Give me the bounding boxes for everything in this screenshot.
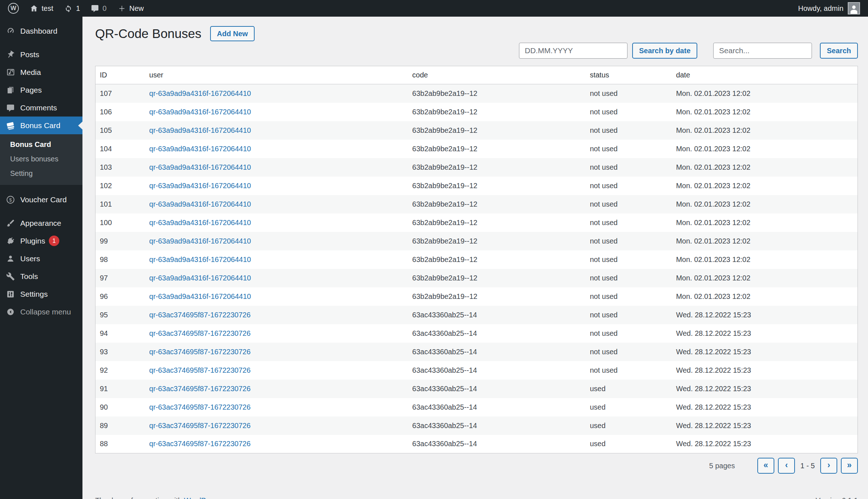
sidebar-item-pages[interactable]: Pages bbox=[0, 81, 82, 99]
footer: Thank you for creating with WordPress. V… bbox=[95, 496, 858, 499]
next-page-button[interactable]: › bbox=[820, 458, 837, 474]
cell-id: 97 bbox=[95, 269, 145, 287]
cell-id: 91 bbox=[95, 380, 145, 398]
sidebar-item-users[interactable]: Users bbox=[0, 250, 82, 267]
sidebar-item-plugins[interactable]: Plugins 1 bbox=[0, 232, 82, 250]
cell-code: 63b2ab9be2a19--12 bbox=[408, 103, 586, 121]
new-content-link[interactable]: New bbox=[118, 4, 144, 13]
submenu-item-setting[interactable]: Setting bbox=[0, 166, 82, 181]
user-link[interactable]: qr-63a9ad9a4316f-1672064410 bbox=[149, 255, 251, 263]
table-body: 107 qr-63a9ad9a4316f-1672064410 63b2ab9b… bbox=[95, 84, 858, 453]
add-new-button[interactable]: Add New bbox=[210, 26, 255, 41]
wordpress-link[interactable]: WordPress bbox=[184, 496, 220, 499]
sidebar-label-posts: Posts bbox=[20, 50, 39, 59]
cell-user: qr-63a9ad9a4316f-1672064410 bbox=[145, 103, 408, 121]
cell-code: 63b2ab9be2a19--12 bbox=[408, 140, 586, 158]
user-link[interactable]: qr-63a9ad9a4316f-1672064410 bbox=[149, 274, 251, 282]
search-input[interactable] bbox=[713, 43, 812, 59]
search-by-date-button[interactable]: Search by date bbox=[632, 43, 697, 59]
site-link[interactable]: test bbox=[30, 4, 53, 13]
avatar[interactable] bbox=[848, 2, 860, 14]
footer-thanks-text: Thank you for creating with bbox=[95, 496, 184, 499]
submenu-label-setting: Setting bbox=[10, 169, 33, 178]
cell-code: 63ac43360ab25--14 bbox=[408, 361, 586, 380]
user-link[interactable]: qr-63ac374695f87-1672230726 bbox=[149, 329, 251, 337]
title-row: QR-Code Bonuses Add New bbox=[95, 26, 858, 41]
user-link[interactable]: qr-63ac374695f87-1672230726 bbox=[149, 440, 251, 448]
cell-code: 63b2ab9be2a19--12 bbox=[408, 287, 586, 306]
cell-code: 63ac43360ab25--14 bbox=[408, 324, 586, 343]
howdy-text[interactable]: Howdy, admin bbox=[798, 4, 843, 13]
sidebar-item-media[interactable]: Media bbox=[0, 63, 82, 81]
sidebar-item-voucher-card[interactable]: $ Voucher Card bbox=[0, 191, 82, 208]
user-link[interactable]: qr-63a9ad9a4316f-1672064410 bbox=[149, 237, 251, 245]
cell-status: not used bbox=[586, 232, 672, 250]
cell-status: not used bbox=[586, 324, 672, 343]
submenu-item-users-bonuses[interactable]: Users bonuses bbox=[0, 152, 82, 166]
sidebar-item-settings[interactable]: Settings bbox=[0, 285, 82, 303]
sidebar-label-bonus-card: Bonus Card bbox=[20, 121, 60, 130]
cell-id: 99 bbox=[95, 232, 145, 250]
cell-date: Mon. 02.01.2023 12:02 bbox=[672, 250, 858, 269]
prev-page-button[interactable]: ‹ bbox=[778, 458, 795, 474]
cell-date: Mon. 02.01.2023 12:02 bbox=[672, 177, 858, 195]
user-link[interactable]: qr-63a9ad9a4316f-1672064410 bbox=[149, 108, 251, 116]
wordpress-menu[interactable]: W bbox=[8, 3, 19, 14]
table-row: 93 qr-63ac374695f87-1672230726 63ac43360… bbox=[95, 343, 858, 361]
comment-bubble-icon bbox=[91, 4, 99, 13]
sidebar-item-appearance[interactable]: Appearance bbox=[0, 214, 82, 232]
cell-status: not used bbox=[586, 250, 672, 269]
user-link[interactable]: qr-63a9ad9a4316f-1672064410 bbox=[149, 182, 251, 190]
last-page-button[interactable]: » bbox=[841, 458, 858, 474]
user-link[interactable]: qr-63a9ad9a4316f-1672064410 bbox=[149, 219, 251, 227]
cell-status: not used bbox=[586, 177, 672, 195]
table-row: 104 qr-63a9ad9a4316f-1672064410 63b2ab9b… bbox=[95, 140, 858, 158]
user-link[interactable]: qr-63ac374695f87-1672230726 bbox=[149, 385, 251, 393]
sidebar-item-comments[interactable]: Comments bbox=[0, 99, 82, 117]
search-button[interactable]: Search bbox=[820, 43, 858, 59]
dashboard-icon bbox=[5, 26, 16, 35]
cell-user: qr-63ac374695f87-1672230726 bbox=[145, 343, 408, 361]
cell-id: 107 bbox=[95, 84, 145, 103]
sidebar-label-dashboard: Dashboard bbox=[20, 27, 58, 35]
user-link[interactable]: qr-63ac374695f87-1672230726 bbox=[149, 311, 251, 319]
plus-icon bbox=[118, 4, 126, 13]
updates-link[interactable]: 1 bbox=[64, 4, 80, 13]
cell-code: 63b2ab9be2a19--12 bbox=[408, 269, 586, 287]
user-link[interactable]: qr-63ac374695f87-1672230726 bbox=[149, 422, 251, 430]
sidebar-item-bonus-card[interactable]: Bonus Card bbox=[0, 117, 82, 134]
cell-code: 63b2ab9be2a19--12 bbox=[408, 213, 586, 232]
cell-id: 101 bbox=[95, 195, 145, 213]
cell-user: qr-63ac374695f87-1672230726 bbox=[145, 380, 408, 398]
submenu-item-bonus-card[interactable]: Bonus Card bbox=[0, 137, 82, 152]
user-link[interactable]: qr-63a9ad9a4316f-1672064410 bbox=[149, 200, 251, 208]
user-link[interactable]: qr-63a9ad9a4316f-1672064410 bbox=[149, 292, 251, 300]
first-page-button[interactable]: « bbox=[757, 458, 774, 474]
sidebar-item-collapse-menu[interactable]: Collapse menu bbox=[0, 303, 82, 321]
comments-link[interactable]: 0 bbox=[91, 4, 106, 13]
cell-status: used bbox=[586, 398, 672, 416]
sidebar-label-pages: Pages bbox=[20, 86, 42, 94]
cell-id: 95 bbox=[95, 306, 145, 324]
sidebar-item-posts[interactable]: Posts bbox=[0, 46, 82, 63]
user-link[interactable]: qr-63ac374695f87-1672230726 bbox=[149, 348, 251, 356]
cell-user: qr-63a9ad9a4316f-1672064410 bbox=[145, 269, 408, 287]
cell-user: qr-63ac374695f87-1672230726 bbox=[145, 398, 408, 416]
user-link[interactable]: qr-63a9ad9a4316f-1672064410 bbox=[149, 126, 251, 134]
date-input[interactable] bbox=[519, 43, 627, 59]
user-link[interactable]: qr-63ac374695f87-1672230726 bbox=[149, 366, 251, 374]
user-link[interactable]: qr-63a9ad9a4316f-1672064410 bbox=[149, 145, 251, 153]
sidebar-label-comments: Comments bbox=[20, 103, 57, 112]
cell-code: 63ac43360ab25--14 bbox=[408, 398, 586, 416]
user-link[interactable]: qr-63ac374695f87-1672230726 bbox=[149, 403, 251, 411]
sidebar-item-dashboard[interactable]: Dashboard bbox=[0, 22, 82, 40]
table-row: 102 qr-63a9ad9a4316f-1672064410 63b2ab9b… bbox=[95, 177, 858, 195]
new-label: New bbox=[129, 4, 144, 13]
user-link[interactable]: qr-63a9ad9a4316f-1672064410 bbox=[149, 89, 251, 97]
sidebar-item-tools[interactable]: Tools bbox=[0, 267, 82, 285]
cell-date: Wed. 28.12.2022 15:23 bbox=[672, 398, 858, 416]
cell-date: Mon. 02.01.2023 12:02 bbox=[672, 269, 858, 287]
user-link[interactable]: qr-63a9ad9a4316f-1672064410 bbox=[149, 163, 251, 171]
table-row: 95 qr-63ac374695f87-1672230726 63ac43360… bbox=[95, 306, 858, 324]
cell-id: 106 bbox=[95, 103, 145, 121]
